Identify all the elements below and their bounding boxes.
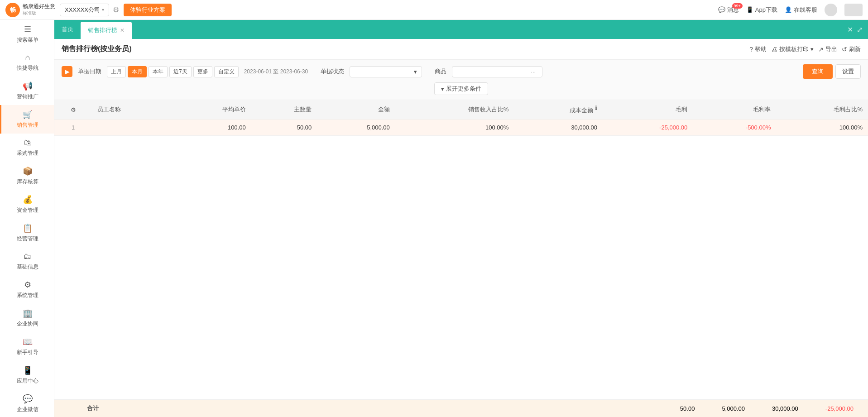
table-cell: 50.00 — [251, 120, 317, 136]
sidebar-label-search-order: 搜索菜单 — [17, 36, 38, 44]
expand-label: 展开更多条件 — [446, 85, 481, 93]
filter-row-main: ▶ 单据日期 上月 本月 本年 近7天 更多 自定义 2023-06-01 至 … — [62, 64, 861, 79]
tab-close-icon[interactable]: ✕ — [120, 27, 125, 34]
tab-home[interactable]: 首页 — [54, 21, 81, 38]
main-layout: ☰ 搜索菜单 ⌂ 快捷导航 📢 营销推广 🛒 销售管理 🛍 采购管理 📦 库存核… — [0, 20, 868, 417]
column-gross-rate: 毛利率 — [693, 100, 776, 120]
status-chevron-icon: ▾ — [414, 68, 417, 75]
data-table: ⚙ 员工名称 平均单价 主数量 全额 销售收入占比% 成本全额 ℹ 毛利 毛利率… — [54, 100, 868, 136]
sidebar-item-apps[interactable]: 📱 应用中心 — [0, 361, 54, 389]
app-label: App下载 — [755, 6, 777, 14]
expand-conditions-button[interactable]: ▾ 展开更多条件 — [434, 82, 488, 95]
refresh-button[interactable]: ↺ 刷新 — [842, 45, 861, 53]
tab-expand-icon[interactable]: ⤢ — [857, 25, 863, 34]
sidebar-label-finance: 资金管理 — [17, 206, 38, 214]
sidebar-label-sales: 销售管理 — [17, 121, 38, 129]
table-header: ⚙ 员工名称 平均单价 主数量 全额 销售收入占比% 成本全额 ℹ 毛利 毛利率… — [54, 100, 868, 120]
company-chevron-icon: ▾ — [102, 7, 104, 12]
tab-close-all-icon[interactable]: ✕ — [847, 25, 853, 34]
goods-input[interactable]: ··· — [452, 66, 542, 77]
system-icon: ⚙ — [24, 280, 31, 290]
service-icon: 👤 — [785, 6, 792, 13]
column-sales-pct: 销售收入占比% — [395, 100, 514, 120]
message-badge: 99+ — [732, 3, 743, 9]
wechat-icon: 💬 — [23, 394, 33, 404]
trial-button[interactable]: 体验行业方案 — [124, 4, 172, 16]
app-download-button[interactable]: 📱 App下载 — [746, 6, 777, 14]
sidebar-item-enterprise[interactable]: 🏢 企业协同 — [0, 304, 54, 332]
date-btn-custom[interactable]: 自定义 — [214, 66, 239, 77]
gear-icon[interactable]: ⚙ — [113, 5, 119, 14]
tab-bar-actions: ✕ ⤢ — [847, 25, 868, 34]
date-btn-7days[interactable]: 近7天 — [169, 66, 192, 77]
marketing-icon: 📢 — [23, 81, 33, 91]
sidebar-item-system[interactable]: ⚙ 系统管理 — [0, 275, 54, 304]
print-label: 按模板打印 — [779, 45, 809, 53]
sidebar-item-shortcut[interactable]: ⌂ 快捷导航 — [0, 48, 54, 77]
status-select[interactable]: ▾ — [350, 66, 422, 77]
sidebar-label-shortcut: 快捷导航 — [17, 64, 38, 72]
online-service-button[interactable]: 👤 在线客服 — [785, 6, 817, 14]
column-settings[interactable]: ⚙ — [54, 100, 92, 120]
export-button[interactable]: ↗ 导出 — [818, 45, 837, 53]
company-selector[interactable]: XXXXXX公司 ▾ — [60, 4, 109, 16]
table-cell: -500.00% — [693, 120, 776, 136]
sidebar-item-purchase[interactable]: 🛍 采购管理 — [0, 134, 54, 162]
filter-collapse-button[interactable]: ▶ — [62, 66, 72, 77]
refresh-label: 刷新 — [849, 45, 861, 53]
export-icon: ↗ — [818, 46, 824, 53]
table-cell: 1 — [54, 120, 92, 136]
app-icon: 📱 — [746, 6, 753, 13]
table-footer: 合计 50.00 5,000.00 30,000.00 -25,000.00 — [54, 399, 868, 417]
page-header-actions: ? 帮助 🖨 按模板打印 ▾ ↗ 导出 ↺ 刷新 — [749, 45, 861, 53]
footer-values: 50.00 5,000.00 30,000.00 -25,000.00 — [168, 405, 863, 412]
expand-chevron-icon: ▾ — [441, 86, 444, 92]
print-button[interactable]: 🖨 按模板打印 ▾ — [771, 45, 814, 53]
query-button[interactable]: 查询 — [803, 64, 833, 79]
service-label: 在线客服 — [794, 6, 817, 14]
avatar[interactable] — [825, 4, 837, 16]
sidebar-item-wechat[interactable]: 💬 企业微信 — [0, 389, 54, 417]
sidebar-item-finance[interactable]: 💰 资金管理 — [0, 190, 54, 219]
finance-icon: 💰 — [23, 195, 33, 205]
footer-cost: 30,000.00 — [772, 405, 798, 412]
column-name: 员工名称 — [92, 100, 172, 120]
date-btn-this-year[interactable]: 本年 — [149, 66, 168, 77]
help-label: 帮助 — [755, 45, 767, 53]
messages-button[interactable]: 💬 消息 99+ — [718, 6, 739, 14]
sidebar-label-guide: 新手引导 — [17, 349, 38, 356]
logo-icon: 畅 — [5, 3, 20, 17]
sidebar-label-enterprise: 企业协同 — [17, 320, 38, 328]
sidebar-item-basics[interactable]: 🗂 基础信息 — [0, 247, 54, 275]
operations-icon: 📋 — [23, 223, 33, 233]
date-btn-prev-month[interactable]: 上月 — [107, 66, 126, 77]
sidebar-item-marketing[interactable]: 📢 营销推广 — [0, 77, 54, 105]
refresh-icon: ↺ — [842, 46, 847, 53]
logo-sub: 标准版 — [23, 10, 55, 16]
date-btn-this-month[interactable]: 本月 — [128, 66, 147, 77]
page-title: 销售排行榜(按业务员) — [62, 44, 132, 54]
sidebar-item-inventory[interactable]: 📦 库存核算 — [0, 162, 54, 190]
sidebar-label-operations: 经营管理 — [17, 235, 38, 243]
filter-right: 查询 设置 — [803, 64, 861, 79]
filter-settings-button[interactable]: 设置 — [835, 64, 861, 79]
sidebar-item-sales[interactable]: 🛒 销售管理 — [0, 105, 54, 134]
date-label: 单据日期 — [78, 67, 101, 76]
sidebar-item-search-order[interactable]: ☰ 搜索菜单 — [0, 20, 54, 48]
sidebar-item-operations[interactable]: 📋 经营管理 — [0, 219, 54, 247]
tab-sales-rank[interactable]: 销售排行榜 ✕ — [81, 22, 132, 39]
help-button[interactable]: ? 帮助 — [749, 45, 767, 53]
date-btn-more[interactable]: 更多 — [193, 66, 212, 77]
basics-icon: 🗂 — [24, 252, 32, 261]
purchase-icon: 🛍 — [24, 138, 32, 148]
shortcut-icon: ⌂ — [25, 53, 30, 62]
table-cell: 30,000.00 — [514, 120, 603, 136]
sidebar-item-guide[interactable]: 📖 新手引导 — [0, 332, 54, 361]
column-gross-pct: 毛利占比% — [776, 100, 868, 120]
sidebar-label-apps: 应用中心 — [17, 377, 38, 385]
table-container: ⚙ 员工名称 平均单价 主数量 全额 销售收入占比% 成本全额 ℹ 毛利 毛利率… — [54, 100, 868, 399]
filter-bar: ▶ 单据日期 上月 本月 本年 近7天 更多 自定义 2023-06-01 至 … — [54, 60, 868, 100]
sidebar-label-marketing: 营销推广 — [17, 93, 38, 101]
page-content: 销售排行榜(按业务员) ? 帮助 🖨 按模板打印 ▾ ↗ 导出 — [54, 39, 868, 417]
tab-bar: 首页 销售排行榜 ✕ ✕ ⤢ — [54, 20, 868, 39]
